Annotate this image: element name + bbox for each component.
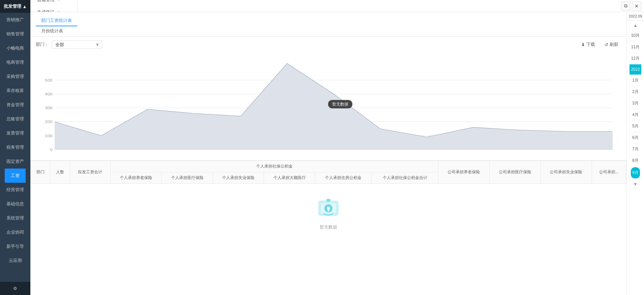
refresh-icon: ↺ — [605, 42, 608, 47]
th-personal-major-med: 个人承担大额医疗 — [264, 172, 315, 184]
month-item-3[interactable]: 2022 — [629, 64, 641, 75]
sidebar-item-税务管理[interactable]: 税务管理 — [5, 140, 26, 154]
restore-button[interactable]: ⧉ — [621, 1, 630, 11]
sidebar-footer-settings[interactable]: ⚙ — [0, 282, 30, 295]
tab-close-3[interactable]: × — [57, 0, 60, 2]
sidebar-items-container: 营销推广销售管理小畅电商电商管理采购管理库存核算资金管理总账管理发票管理税务管理… — [5, 13, 26, 268]
svg-text:500: 500 — [45, 78, 53, 83]
sub-tab-0[interactable]: 部门工资统计表 — [36, 16, 77, 26]
page: 部门工资统计表月份统计表 部门： 全部 ▼ ⬇ 下载 — [30, 12, 626, 295]
dept-select[interactable]: 全部 — [52, 40, 102, 49]
th-personal-unemp: 个人承担失业保险 — [213, 172, 264, 184]
sidebar-item-发票管理[interactable]: 发票管理 — [5, 126, 26, 140]
tab-item-3[interactable]: 店铺管理× — [33, 0, 78, 6]
tab-label-3: 店铺管理 — [37, 0, 55, 3]
close-all-button[interactable]: ✕ — [632, 1, 641, 11]
month-item-7[interactable]: 4月 — [629, 109, 641, 121]
sidebar-item-电商管理[interactable]: 电商管理 — [5, 55, 26, 69]
empty-state: 暂无数据 — [30, 184, 626, 240]
svg-rect-18 — [326, 199, 330, 202]
chart-svg-container: 0100200300400500 暂无数据 — [36, 56, 621, 157]
sidebar-item-总账管理[interactable]: 总账管理 — [5, 112, 26, 126]
sidebar-item-新手引导[interactable]: 新手引导 — [5, 239, 26, 254]
sidebar-item-经营管理[interactable]: 经营管理 — [5, 183, 26, 197]
month-list: 10月11月12月20221月2月3月4月5月6月7月8月9月 — [629, 30, 641, 179]
current-year-month[interactable]: 2022.09 — [627, 12, 644, 21]
sidebar-title: 批发管理 — [4, 3, 21, 9]
month-item-1[interactable]: 11月 — [629, 41, 641, 53]
area-chart: 0100200300400500 — [36, 56, 621, 157]
th-dept: 部门 — [31, 161, 50, 184]
th-personal-total: 个人承担社保公积金合计 — [371, 172, 438, 184]
nav-down-button[interactable]: ▼ — [627, 179, 644, 189]
month-item-6[interactable]: 3月 — [629, 98, 641, 109]
month-item-2[interactable]: 12月 — [629, 53, 641, 64]
toolbar-left: 部门： 全部 ▼ — [36, 40, 102, 49]
tab-close-4[interactable]: × — [57, 10, 60, 12]
empty-state-icon — [315, 194, 342, 221]
sidebar-arrow-icon: ▲ — [23, 4, 27, 9]
data-table: 部门 人数 应发工资合计 个人承担社保公积金 公司承担养老保险 公司承担医疗保险… — [30, 160, 626, 184]
month-item-8[interactable]: 5月 — [629, 121, 641, 132]
svg-point-17 — [328, 210, 329, 212]
svg-text:0: 0 — [50, 147, 53, 152]
sidebar-item-销售管理[interactable]: 销售管理 — [5, 27, 26, 41]
month-item-10[interactable]: 7月 — [629, 144, 641, 155]
sidebar-item-企业协同[interactable]: 企业协同 — [5, 225, 26, 239]
sidebar-item-基础信息[interactable]: 基础信息 — [5, 197, 26, 211]
sidebar-item-云应用[interactable]: 云应用 — [5, 254, 26, 268]
svg-rect-16 — [327, 207, 330, 210]
sidebar-item-资金管理[interactable]: 资金管理 — [5, 98, 26, 112]
sidebar-item-固定资产[interactable]: 固定资产 — [5, 154, 26, 169]
th-personal-housing: 个人承担住房公积金 — [315, 172, 371, 184]
th-personal-med: 个人承担医疗保险 — [162, 172, 213, 184]
tab-label-4: 生成凭证 — [37, 9, 55, 12]
th-personal-old: 个人承担养老保险 — [110, 172, 162, 184]
download-button[interactable]: ⬇ 下载 — [579, 40, 598, 49]
download-label: 下载 — [586, 41, 595, 48]
month-item-4[interactable]: 1月 — [629, 75, 641, 86]
tab-bar-end: ⧉ ✕ — [621, 1, 641, 11]
svg-text:200: 200 — [45, 119, 53, 124]
content-area: 部门工资统计表月份统计表 部门： 全部 ▼ ⬇ 下载 — [30, 12, 644, 295]
dept-select-wrapper: 全部 ▼ — [52, 40, 102, 49]
sidebar-item-营销推广[interactable]: 营销推广 — [5, 13, 26, 27]
tab-items-container: 首页门店商品目录×销售单×店铺管理×生成凭证×应收应付调整单×工资表×工资统计报… — [33, 0, 78, 12]
refresh-button[interactable]: ↺ 刷新 — [602, 40, 621, 49]
sidebar: 批发管理 ▲ 营销推广销售管理小畅电商电商管理采购管理库存核算资金管理总账管理发… — [0, 0, 30, 295]
month-item-5[interactable]: 2月 — [629, 86, 641, 98]
empty-text: 暂无数据 — [320, 224, 337, 230]
toolbar: 部门： 全部 ▼ ⬇ 下载 ↺ 刷新 — [30, 37, 626, 52]
month-item-11[interactable]: 8月 — [629, 155, 641, 167]
sidebar-item-系统管理[interactable]: 系统管理 — [5, 211, 26, 225]
nav-up-button[interactable]: ▲ — [627, 21, 644, 30]
sub-tab-1[interactable]: 月份统计表 — [36, 26, 77, 37]
tab-bar: 首页门店商品目录×销售单×店铺管理×生成凭证×应收应付调整单×工资表×工资统计报… — [30, 0, 644, 12]
th-total-wage: 应发工资合计 — [70, 161, 110, 184]
th-company-old: 公司承担养老保险 — [438, 161, 490, 184]
sidebar-item-采购管理[interactable]: 采购管理 — [5, 69, 26, 84]
month-item-9[interactable]: 6月 — [629, 132, 641, 144]
th-company-unemp: 公司承担失业保险 — [541, 161, 592, 184]
download-icon: ⬇ — [581, 42, 585, 47]
toolbar-right: ⬇ 下载 ↺ 刷新 — [579, 40, 621, 49]
th-count: 人数 — [50, 161, 70, 184]
th-company-more: 公司承担... — [592, 161, 626, 184]
th-personal-group: 个人承担社保公积金 — [110, 161, 438, 172]
sub-tabs: 部门工资统计表月份统计表 — [30, 12, 626, 37]
month-item-12[interactable]: 9月 — [631, 167, 640, 179]
svg-text:100: 100 — [45, 134, 53, 138]
svg-text:400: 400 — [45, 92, 53, 96]
svg-text:300: 300 — [45, 106, 53, 110]
sidebar-header[interactable]: 批发管理 ▲ — [0, 0, 30, 13]
sub-tabs-container: 部门工资统计表月份统计表 — [36, 16, 77, 36]
month-item-0[interactable]: 10月 — [629, 30, 641, 41]
main-area: 首页门店商品目录×销售单×店铺管理×生成凭证×应收应付调整单×工资表×工资统计报… — [30, 0, 644, 295]
tab-item-4[interactable]: 生成凭证× — [33, 6, 78, 12]
sidebar-item-库存核算[interactable]: 库存核算 — [5, 84, 26, 98]
th-company-med: 公司承担医疗保险 — [489, 161, 541, 184]
sidebar-item-工资[interactable]: 工资 — [5, 169, 26, 183]
sidebar-item-小畅电商[interactable]: 小畅电商 — [5, 41, 26, 55]
right-panel: 2022.09 ▲ 10月11月12月20221月2月3月4月5月6月7月8月9… — [626, 12, 644, 295]
gear-icon: ⚙ — [13, 286, 17, 291]
